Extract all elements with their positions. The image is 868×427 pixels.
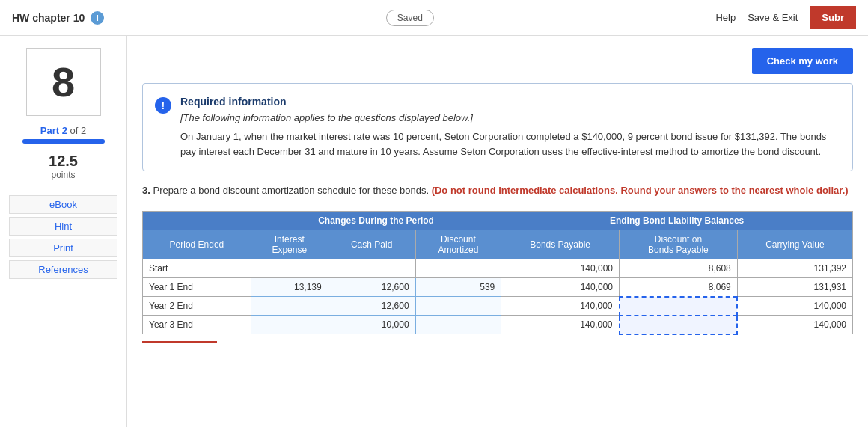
ebook-link[interactable]: eBook <box>9 195 117 214</box>
info-box-text: On January 1, when the market interest r… <box>180 129 840 159</box>
y1-cash[interactable]: 12,600 <box>328 277 415 297</box>
y3-discount[interactable] <box>415 316 501 334</box>
y2-cash[interactable]: 12,600 <box>328 297 415 316</box>
period-ended-header-spacer <box>143 211 251 230</box>
col-period-ended: Period Ended <box>143 230 251 259</box>
page-title: HW chapter 10 <box>12 12 85 24</box>
part-of: of 2 <box>70 125 87 136</box>
top-nav-left: HW chapter 10 i <box>12 11 104 25</box>
question-text: 3. Prepare a bond discount amortization … <box>142 183 853 199</box>
table-row: Start 140,000 8,608 131,392 <box>143 259 853 277</box>
table-group-header-row: Changes During the Period Ending Bond Li… <box>143 211 853 230</box>
exclamation-icon: ! <box>155 97 171 114</box>
content-area: Check my work ! Required information [Th… <box>127 36 868 427</box>
info-icon[interactable]: i <box>91 11 104 25</box>
red-line-decoration <box>142 341 217 343</box>
period-year3: Year 3 End <box>143 316 251 334</box>
col-discount-amortized: DiscountAmortized <box>415 230 501 259</box>
table-sub-header-row: Period Ended InterestExpense Cash Paid D… <box>143 230 853 259</box>
y2-discount-on-bonds[interactable] <box>620 297 738 316</box>
y1-discount-on-bonds: 8,069 <box>620 277 738 297</box>
info-box-content: Required information [The following info… <box>180 96 840 159</box>
period-year1: Year 1 End <box>143 277 251 297</box>
y1-bonds-payable: 140,000 <box>501 277 620 297</box>
saved-badge-wrapper: Saved <box>386 12 434 23</box>
y3-bonds-payable: 140,000 <box>501 316 620 334</box>
start-discount-on-bonds: 8,608 <box>620 259 738 277</box>
question-number-label: 3. <box>142 185 150 196</box>
sidebar-links: eBook Hint Print References <box>9 195 117 279</box>
ending-balances-header: Ending Bond Liability Balances <box>501 211 853 230</box>
col-cash-paid: Cash Paid <box>328 230 415 259</box>
start-discount <box>415 259 501 277</box>
start-carrying-value: 131,392 <box>737 259 852 277</box>
points-box: 12.5 points <box>49 153 78 180</box>
help-link[interactable]: Help <box>715 12 736 23</box>
y2-interest[interactable] <box>251 297 328 316</box>
start-cash <box>328 259 415 277</box>
submit-button[interactable]: Subr <box>810 6 856 29</box>
hint-link[interactable]: Hint <box>9 217 117 236</box>
info-box-title: Required information <box>180 96 840 108</box>
amortization-table: Changes During the Period Ending Bond Li… <box>142 211 853 335</box>
question-number-box: 8 <box>26 48 101 116</box>
start-interest <box>251 259 328 277</box>
sidebar: 8 Part 2 of 2 12.5 points eBook Hint Pri… <box>0 36 127 427</box>
info-box-italic: [The following information applies to th… <box>180 112 840 123</box>
points-number: 12.5 <box>49 153 78 170</box>
y1-interest[interactable]: 13,139 <box>251 277 328 297</box>
check-btn-row: Check my work <box>142 48 853 74</box>
points-label: points <box>49 170 78 180</box>
table-row: Year 2 End 12,600 140,000 140,000 <box>143 297 853 316</box>
top-nav-right: Help Save & Exit Subr <box>715 6 856 29</box>
y2-discount[interactable] <box>415 297 501 316</box>
col-carrying-value: Carrying Value <box>737 230 852 259</box>
saved-badge: Saved <box>386 10 434 26</box>
top-nav: HW chapter 10 i Saved Help Save & Exit S… <box>0 0 868 36</box>
start-bonds-payable: 140,000 <box>501 259 620 277</box>
table-row: Year 1 End 13,139 12,600 539 140,000 8,0… <box>143 277 853 297</box>
y2-bonds-payable: 140,000 <box>501 297 620 316</box>
question-instruction: (Do not round intermediate calculations.… <box>432 185 849 196</box>
y3-cash[interactable]: 10,000 <box>328 316 415 334</box>
check-my-work-button[interactable]: Check my work <box>752 48 853 74</box>
col-bonds-payable: Bonds Payable <box>501 230 620 259</box>
print-link[interactable]: Print <box>9 239 117 257</box>
y3-discount-on-bonds[interactable] <box>620 316 738 334</box>
save-exit-button[interactable]: Save & Exit <box>748 12 798 23</box>
question-number: 8 <box>52 58 75 106</box>
col-discount-on-bonds: Discount onBonds Payable <box>620 230 738 259</box>
info-box: ! Required information [The following in… <box>142 83 853 171</box>
y1-discount[interactable]: 539 <box>415 277 501 297</box>
y3-carrying-value: 140,000 <box>737 316 852 334</box>
period-start: Start <box>143 259 251 277</box>
y1-carrying-value: 131,931 <box>737 277 852 297</box>
progress-bar <box>22 139 105 144</box>
period-year2: Year 2 End <box>143 297 251 316</box>
part-label: Part 2 <box>40 125 67 136</box>
part-info: Part 2 of 2 <box>22 125 105 144</box>
y2-carrying-value: 140,000 <box>737 297 852 316</box>
main-layout: 8 Part 2 of 2 12.5 points eBook Hint Pri… <box>0 36 868 427</box>
progress-bar-fill <box>22 139 105 144</box>
changes-header: Changes During the Period <box>251 211 501 230</box>
references-link[interactable]: References <box>9 260 117 279</box>
question-body: Prepare a bond discount amortization sch… <box>153 185 431 196</box>
col-interest-expense: InterestExpense <box>251 230 328 259</box>
y3-interest[interactable] <box>251 316 328 334</box>
table-row: Year 3 End 10,000 140,000 140,000 <box>143 316 853 334</box>
